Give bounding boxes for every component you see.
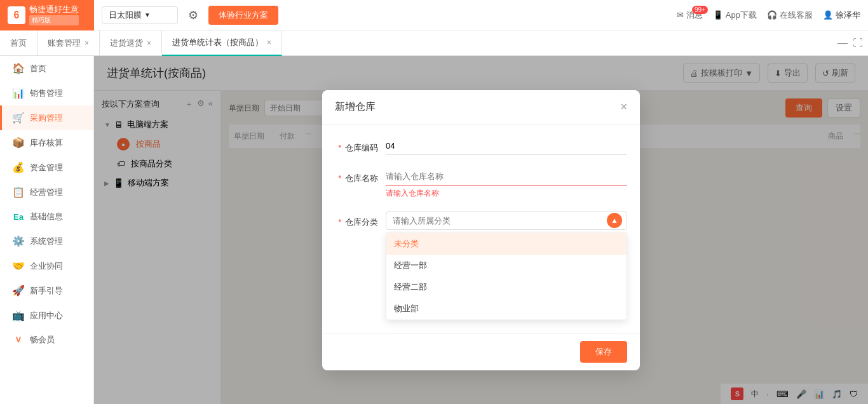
form-row-name: * 仓库名称 请输入仓库名称 [335, 168, 627, 199]
sidebar-item-app-center[interactable]: 📺 应用中心 [0, 303, 93, 328]
tab-stats-close[interactable]: × [267, 38, 271, 47]
inventory-icon: 📦 [12, 137, 25, 149]
operations-icon: 📋 [12, 186, 25, 198]
enterprise-icon: 🤝 [12, 260, 25, 272]
form-row-code: * 仓库编码 [335, 137, 627, 155]
sidebar-system-label: 系统管理 [30, 236, 63, 247]
system-icon: ⚙️ [12, 235, 25, 247]
sidebar-enterprise-label: 企业协同 [30, 260, 63, 272]
top-right-actions: ✉ 消息 99+ 📱 App下载 🎧 在线客服 👤 徐泽华 [677, 10, 860, 21]
logo-badge: 精巧版 [29, 15, 79, 25]
sidebar-item-finance[interactable]: 💰 资金管理 [0, 155, 93, 180]
modal-body: * 仓库编码 * 仓库名称 [322, 125, 640, 333]
tab-bar: 首页 账套管理 × 进货退货 × 进货单统计表（按商品） × — ⛶ [0, 30, 868, 56]
dropdown-item-unclassified[interactable]: 未分类 [386, 233, 627, 255]
sidebar-sales-label: 销售管理 [30, 88, 63, 99]
required-mark-cat: * [338, 217, 341, 227]
sidebar-app-center-label: 应用中心 [30, 310, 63, 321]
restore-icon[interactable]: ⛶ [853, 37, 863, 49]
store-selector[interactable]: 日太阳膜 ▼ [102, 6, 178, 24]
username: 徐泽华 [836, 10, 860, 21]
tab-returns[interactable]: 进货退货 × [100, 30, 162, 56]
app-download-label: App下载 [726, 10, 757, 21]
user-item[interactable]: 👤 徐泽华 [823, 10, 860, 21]
dropdown-item-dept3[interactable]: 物业部 [386, 298, 627, 320]
sidebar-item-purchase[interactable]: 🛒 采购管理 [0, 105, 93, 130]
online-service-item[interactable]: 🎧 在线客服 [767, 10, 813, 21]
sidebar-vip-label: 畅会员 [30, 334, 55, 346]
tab-account-close[interactable]: × [85, 39, 89, 48]
top-bar: 6 畅捷通好生意 精巧版 日太阳膜 ▼ ⚙ 体验行业方案 ✉ 消息 99+ 📱 … [0, 0, 868, 30]
category-label: * 仓库分类 [335, 212, 386, 228]
sidebar-operations-label: 经营管理 [30, 187, 63, 198]
tab-home-label: 首页 [10, 37, 27, 49]
category-select-input[interactable] [386, 212, 627, 230]
warehouse-code-input[interactable] [386, 137, 627, 155]
sidebar-item-guide[interactable]: 🚀 新手引导 [0, 278, 93, 303]
dropdown-item-dept1[interactable]: 经营一部 [386, 255, 627, 276]
sidebar-home-label: 首页 [30, 63, 46, 74]
sidebar-finance-label: 资金管理 [30, 162, 63, 173]
category-dropdown-toggle[interactable]: ▲ [607, 213, 622, 228]
app-center-icon: 📺 [12, 309, 25, 321]
vip-icon: V [12, 335, 25, 344]
sidebar: 🏠 首页 📊 销售管理 🛒 采购管理 📦 库存核算 💰 资金管理 📋 经营管理 … [0, 56, 94, 404]
category-dropdown-list: 未分类 经营一部 经营二部 物业部 [386, 232, 627, 320]
name-error-message: 请输入仓库名称 [386, 188, 627, 199]
sidebar-purchase-label: 采购管理 [30, 112, 63, 124]
sidebar-item-home[interactable]: 🏠 首页 [0, 56, 93, 81]
sidebar-basic-info-label: 基础信息 [30, 211, 63, 222]
content-area: 进货单统计(按商品) 🖨 按模板打印 ▼ ⬇ 导出 ↺ 刷新 [94, 56, 868, 404]
sidebar-item-sales[interactable]: 📊 销售管理 [0, 81, 93, 105]
tab-account[interactable]: 账套管理 × [37, 30, 100, 56]
logo-icon: 6 [8, 6, 25, 24]
tab-stats-label: 进货单统计表（按商品） [172, 37, 263, 48]
category-input-wrap: ▲ 未分类 经营一部 经营二部 物业部 [386, 212, 627, 320]
dropdown-item-dept2[interactable]: 经营二部 [386, 276, 627, 298]
tab-account-label: 账套管理 [48, 37, 81, 49]
form-row-category: * 仓库分类 ▲ 未分类 经营一部 经营二部 [335, 212, 627, 320]
sales-icon: 📊 [12, 87, 25, 99]
code-label: * 仓库编码 [335, 137, 386, 154]
name-label: * 仓库名称 [335, 168, 386, 184]
basic-info-icon: Ea [12, 212, 25, 222]
online-service-label: 在线客服 [780, 10, 813, 21]
sidebar-guide-label: 新手引导 [30, 285, 63, 297]
store-name: 日太阳膜 [109, 10, 142, 21]
user-icon: 👤 [823, 10, 833, 20]
tab-stats[interactable]: 进货单统计表（按商品） × [162, 30, 282, 56]
app-download-item[interactable]: 📱 App下载 [713, 10, 757, 21]
guide-icon: 🚀 [12, 285, 25, 297]
phone-icon: 📱 [713, 10, 723, 20]
notification-badge: 99+ [692, 6, 708, 14]
name-input-wrap: 请输入仓库名称 [386, 168, 627, 199]
sidebar-item-system[interactable]: ⚙️ 系统管理 [0, 229, 93, 253]
minimize-icon[interactable]: — [837, 37, 848, 49]
add-warehouse-modal: 新增仓库 × * 仓库编码 [322, 90, 640, 370]
sidebar-item-operations[interactable]: 📋 经营管理 [0, 180, 93, 205]
sidebar-item-inventory[interactable]: 📦 库存核算 [0, 130, 93, 155]
sidebar-item-basic-info[interactable]: Ea 基础信息 [0, 205, 93, 229]
modal-title: 新增仓库 [335, 100, 376, 114]
modal-close-button[interactable]: × [620, 100, 627, 114]
finance-icon: 💰 [12, 161, 25, 173]
required-mark: * [338, 143, 341, 152]
home-icon: 🏠 [12, 62, 25, 74]
purchase-icon: 🛒 [12, 112, 25, 124]
sidebar-item-vip[interactable]: V 畅会员 [0, 328, 93, 352]
required-mark-name: * [338, 173, 341, 183]
logo-name: 畅捷通好生意 [29, 4, 79, 15]
gear-icon[interactable]: ⚙ [186, 6, 201, 25]
tab-home[interactable]: 首页 [0, 30, 37, 56]
tab-returns-label: 进货退货 [110, 37, 143, 49]
modal-overlay: 新增仓库 × * 仓库编码 [94, 56, 868, 404]
tab-returns-close[interactable]: × [147, 39, 151, 48]
category-select-wrap: ▲ [386, 212, 627, 230]
sidebar-item-enterprise[interactable]: 🤝 企业协同 [0, 253, 93, 278]
warehouse-name-input[interactable] [386, 168, 627, 185]
notification-item[interactable]: ✉ 消息 99+ [677, 10, 703, 21]
save-button[interactable]: 保存 [580, 341, 627, 363]
logo-area: 6 畅捷通好生意 精巧版 [0, 0, 94, 30]
trial-button[interactable]: 体验行业方案 [208, 6, 278, 25]
tab-actions: — ⛶ [837, 37, 868, 49]
